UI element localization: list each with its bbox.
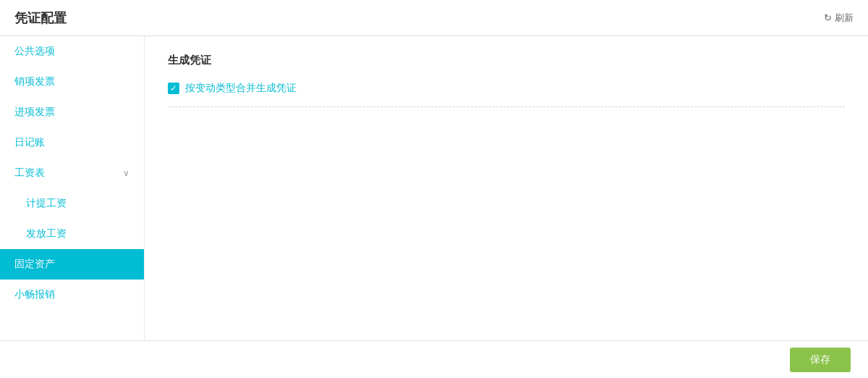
sidebar-item-payroll-table[interactable]: 工资表∨: [0, 158, 144, 188]
section-title: 生成凭证: [168, 54, 845, 67]
header: 凭证配置 ↻ 刷新: [0, 0, 868, 36]
sidebar-item-label: 进项发票: [14, 106, 55, 119]
sidebar-item-expense[interactable]: 小畅报销: [0, 280, 144, 310]
refresh-button[interactable]: ↻ 刷新: [824, 12, 854, 25]
sidebar-item-label: 公共选项: [14, 45, 55, 58]
checkbox-label: 按变动类型合并生成凭证: [185, 82, 297, 95]
sidebar-item-payroll-accrual[interactable]: 计提工资: [0, 188, 144, 219]
refresh-icon: ↻: [824, 12, 832, 23]
section-divider: [168, 106, 845, 107]
sidebar-item-label: 工资表: [14, 167, 45, 180]
sidebar-item-payroll-disbursement[interactable]: 发放工资: [0, 219, 144, 249]
footer: 保存: [0, 340, 868, 378]
main-content: 生成凭证 按变动类型合并生成凭证: [145, 36, 868, 340]
sidebar-item-journal[interactable]: 日记账: [0, 127, 144, 158]
checkbox-row: 按变动类型合并生成凭证: [168, 82, 845, 95]
sidebar-item-label: 固定资产: [14, 258, 55, 271]
merge-checkbox[interactable]: [168, 83, 179, 94]
sidebar-item-label: 日记账: [14, 136, 45, 149]
sidebar-item-purchase-invoice[interactable]: 进项发票: [0, 97, 144, 127]
page-wrapper: 凭证配置 ↻ 刷新 公共选项销项发票进项发票日记账工资表∨计提工资发放工资固定资…: [0, 0, 868, 378]
sidebar-item-sales-invoice[interactable]: 销项发票: [0, 67, 144, 97]
chevron-down-icon: ∨: [123, 168, 129, 178]
body: 公共选项销项发票进项发票日记账工资表∨计提工资发放工资固定资产小畅报销 生成凭证…: [0, 36, 868, 340]
sidebar: 公共选项销项发票进项发票日记账工资表∨计提工资发放工资固定资产小畅报销: [0, 36, 145, 340]
save-button[interactable]: 保存: [790, 348, 851, 372]
sidebar-item-fixed-assets[interactable]: 固定资产: [0, 249, 144, 280]
sidebar-item-label: 小畅报销: [14, 288, 55, 301]
sidebar-item-label: 计提工资: [26, 197, 67, 210]
refresh-label: 刷新: [835, 12, 854, 25]
page-title: 凭证配置: [14, 9, 67, 27]
sidebar-item-label: 销项发票: [14, 75, 55, 88]
sidebar-item-label: 发放工资: [26, 227, 67, 240]
sidebar-item-public[interactable]: 公共选项: [0, 36, 144, 67]
